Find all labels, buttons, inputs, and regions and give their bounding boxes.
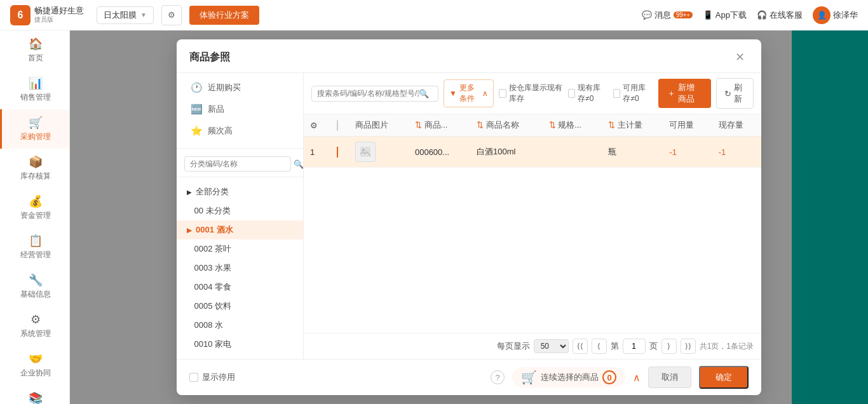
- sidebar-item-finance[interactable]: 💰 资金管理: [0, 188, 69, 227]
- next-page-button[interactable]: ⟩: [661, 339, 677, 354]
- cat-item-fruit[interactable]: 0003 水果: [177, 259, 303, 278]
- divider: [177, 148, 303, 149]
- th-settings[interactable]: ⚙: [304, 114, 330, 137]
- svg-point-1: [362, 149, 365, 151]
- left-tab-frequent[interactable]: ⭐ 频次高: [184, 121, 295, 140]
- cat-item-all[interactable]: ▶ 全部分类: [177, 182, 303, 201]
- show-disabled-checkbox[interactable]: [189, 373, 198, 382]
- modal-title: 商品参照: [189, 51, 230, 64]
- cb-show-inventory-label: 按仓库显示现有库存: [509, 83, 563, 104]
- image-icon: [359, 145, 372, 158]
- product-search-input[interactable]: [317, 89, 419, 98]
- settings-button[interactable]: ⚙: [161, 5, 182, 25]
- category-tree: ▶ 全部分类 00 未分类 ▶ 0001 酒水: [177, 177, 303, 359]
- pagination-bar: 每页显示 50 100 200 ⟨⟨ ⟨ 第 页 ⟩: [304, 333, 761, 359]
- user-menu[interactable]: 👤 徐泽华: [813, 6, 858, 24]
- cb-show-inventory-box[interactable]: [499, 89, 506, 98]
- th-code[interactable]: ⇅ 商品...: [409, 114, 470, 137]
- th-spec[interactable]: ⇅ 规格...: [543, 114, 602, 137]
- add-product-button[interactable]: ＋ 新增商品: [658, 79, 711, 108]
- th-name[interactable]: ⇅ 商品名称: [470, 114, 542, 137]
- sidebar-item-collab[interactable]: 🤝 企业协同: [0, 346, 69, 385]
- category-search-input[interactable]: [184, 156, 291, 172]
- sidebar-label-base-info: 基础信息: [20, 289, 51, 300]
- sidebar-item-base-info[interactable]: 🔧 基础信息: [0, 267, 69, 306]
- avatar-icon: 👤: [817, 11, 827, 20]
- product-search-icon[interactable]: 🔍: [419, 89, 429, 98]
- sidebar-item-guide[interactable]: 📚 新手引导: [0, 385, 69, 404]
- cb-available-nonzero-box[interactable]: [613, 89, 620, 98]
- left-tab-frequent-label: 频次高: [208, 125, 233, 137]
- table-row[interactable]: 1: [304, 137, 761, 168]
- service-button[interactable]: 🎧 在线客服: [757, 10, 803, 21]
- cat-item-uncategorized[interactable]: 00 未分类: [177, 201, 303, 220]
- sidebar-item-operations[interactable]: 📋 经营管理: [0, 227, 69, 267]
- sidebar-item-inventory[interactable]: 📦 库存核算: [0, 149, 69, 188]
- page-number-input[interactable]: [623, 339, 646, 354]
- last-page-button[interactable]: ⟩⟩: [681, 339, 696, 354]
- purchase-icon: 🛒: [29, 116, 43, 130]
- cat-item-water[interactable]: 0008 水: [177, 316, 303, 335]
- app-download-button[interactable]: 📱 App下载: [703, 10, 747, 21]
- modal-body: 🕐 近期购买 🆕 新品 ⭐ 频次高: [177, 73, 761, 359]
- th-checkbox[interactable]: [330, 114, 349, 137]
- sidebar-item-home[interactable]: 🏠 首页: [0, 30, 69, 70]
- sidebar: 🏠 首页 📊 销售管理 🛒 采购管理 📦 库存核算 💰 资金管理 📋 经营管理 …: [0, 30, 70, 404]
- sidebar-item-sales[interactable]: 📊 销售管理: [0, 70, 69, 109]
- confirm-button[interactable]: 确定: [699, 366, 749, 389]
- messages-badge: 99++: [674, 11, 693, 18]
- help-button[interactable]: ?: [491, 370, 505, 384]
- modal-close-button[interactable]: ✕: [731, 48, 749, 66]
- select-all-checkbox[interactable]: [337, 120, 338, 131]
- product-thumbnail: [355, 142, 376, 162]
- cb-nonzero-inventory[interactable]: 现有库存≠0: [568, 83, 608, 104]
- sidebar-label-system: 系统管理: [20, 328, 51, 339]
- sidebar-label-collab: 企业协同: [20, 368, 51, 379]
- refresh-button[interactable]: ↻ 刷新: [716, 78, 754, 109]
- prev-page-button[interactable]: ⟨: [592, 339, 607, 354]
- cell-checkbox[interactable]: [330, 137, 349, 168]
- page-label: 第: [611, 340, 619, 352]
- cell-image: [349, 137, 409, 168]
- category-search-row: 🔍: [177, 151, 303, 177]
- refresh-icon: ↻: [724, 89, 731, 98]
- sales-icon: 📊: [29, 76, 43, 90]
- left-tab-recent[interactable]: 🕐 近期购买: [184, 78, 295, 97]
- cb-available-nonzero-label: 可用库存≠0: [623, 83, 653, 104]
- cat-item-appliance[interactable]: 0010 家电: [177, 335, 303, 354]
- cancel-button[interactable]: 取消: [648, 367, 691, 388]
- cat-item-tea[interactable]: 0002 茶叶: [177, 239, 303, 259]
- sidebar-item-system[interactable]: ⚙ 系统管理: [0, 306, 69, 346]
- cat-label-beverage: 0005 饮料: [194, 300, 232, 312]
- modal-overlay: 商品参照 ✕ 🕐 近期购买 🆕: [70, 30, 868, 404]
- store-selector[interactable]: 日太阳膜 ▼: [97, 6, 154, 24]
- per-page-select[interactable]: 50 100 200: [534, 339, 569, 353]
- cat-item-beverage[interactable]: 0005 饮料: [177, 297, 303, 316]
- messages-button[interactable]: 💬 消息 99++: [642, 10, 693, 21]
- cb-nonzero-inventory-box[interactable]: [568, 89, 575, 98]
- sort-icon-name: ⇅: [477, 120, 484, 130]
- modal-header: 商品参照 ✕: [177, 39, 761, 73]
- cell-available: -1: [663, 137, 712, 168]
- cat-item-snack[interactable]: 0004 零食: [177, 278, 303, 297]
- cb-show-inventory[interactable]: 按仓库显示现有库存: [499, 83, 563, 104]
- show-disabled-toggle[interactable]: 显示停用: [189, 372, 235, 383]
- cat-label-tea: 0002 茶叶: [194, 243, 232, 255]
- logo-icon: 6: [10, 5, 31, 25]
- more-conditions-button[interactable]: ▼ 更多条件 ∧: [444, 79, 494, 107]
- trial-button[interactable]: 体验行业方案: [189, 6, 259, 25]
- row-checkbox[interactable]: [337, 147, 338, 158]
- left-tab-new[interactable]: 🆕 新品: [184, 100, 295, 119]
- cat-spacer-bev: [187, 303, 191, 310]
- collapse-cart-button[interactable]: ∧: [633, 372, 641, 384]
- sidebar-item-purchase[interactable]: 🛒 采购管理: [0, 109, 69, 149]
- left-tabs: 🕐 近期购买 🆕 新品 ⭐ 频次高: [177, 73, 303, 145]
- top-navigation: 6 畅捷通好生意 捷员版 日太阳膜 ▼ ⚙ 体验行业方案 💬 消息 99++ 📱…: [0, 0, 868, 30]
- first-page-button[interactable]: ⟨⟨: [573, 339, 588, 354]
- cart-count-badge: 0: [602, 370, 616, 384]
- cb-available-nonzero[interactable]: 可用库存≠0: [613, 83, 653, 104]
- th-unit[interactable]: ⇅ 主计量: [602, 114, 663, 137]
- cat-item-liquor[interactable]: ▶ 0001 酒水: [177, 220, 303, 239]
- category-search-icon[interactable]: 🔍: [294, 159, 304, 169]
- new-product-icon: 🆕: [191, 104, 203, 115]
